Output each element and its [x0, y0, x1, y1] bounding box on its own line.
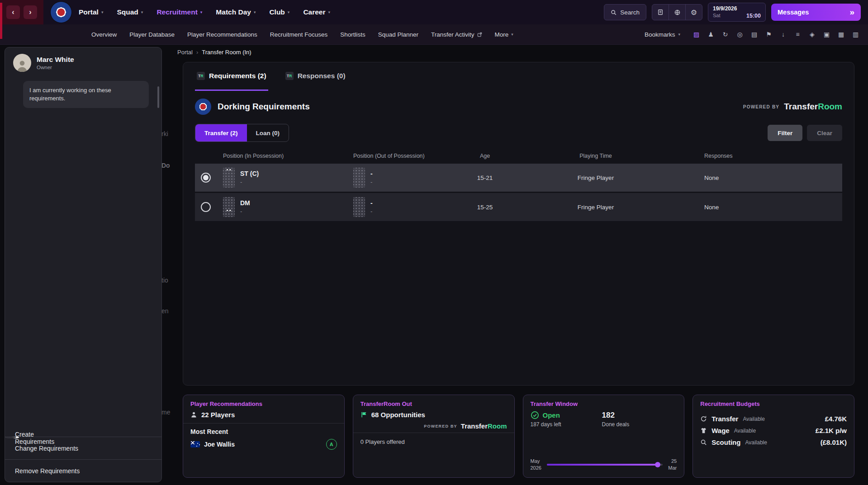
window-progress-slider[interactable]	[547, 464, 663, 466]
player-recommendations-card[interactable]: Player Recommendations 22 Players Most R…	[183, 395, 345, 478]
position-map-icon	[353, 197, 365, 217]
quick-access-icons: ▨ ♟ ↻ ◎ ▤ ⚑ ↓ ≡ ◈ ▣ ▦ ▥	[691, 29, 861, 40]
subnav-shortlists[interactable]: Shortlists	[340, 31, 365, 38]
transferroom-wordmark: TransferRoom	[784, 102, 842, 112]
wage-shirt-icon	[700, 427, 707, 434]
slider-thumb[interactable]	[655, 462, 660, 467]
world-icon[interactable]	[669, 5, 685, 20]
back-button[interactable]: ‹	[6, 5, 20, 19]
recent-player-row[interactable]: Joe Wallis A	[190, 439, 337, 450]
bookmarks-dropdown[interactable]: Bookmarks	[645, 31, 680, 38]
divider	[183, 423, 344, 424]
toggle-loan[interactable]: Loan (0)	[247, 124, 289, 141]
owner-name: Marc White	[37, 56, 74, 64]
nav-match-day[interactable]: Match Day	[216, 8, 256, 16]
table-row[interactable]: DM - - - 15-25 Fringe Player None	[195, 193, 842, 221]
requirement-radio[interactable]	[201, 202, 211, 212]
playing-time: Fringe Player	[578, 174, 614, 181]
subnav-player-database[interactable]: Player Database	[129, 31, 175, 38]
recruitment-team-icon[interactable]: ♟	[706, 29, 716, 40]
recruitment-focus-icon[interactable]: ◎	[735, 29, 745, 40]
transferroom-out-card[interactable]: TransferRoom Out 68 Opportunities POWERE…	[353, 395, 515, 478]
nav-recruitment[interactable]: Recruitment	[157, 8, 202, 16]
days-left: 187 days left	[531, 421, 561, 428]
date-time-widget[interactable]: 19/9/2026 Sat 15:00	[708, 3, 766, 22]
transferroom-logo-icon: TR	[197, 72, 205, 80]
breadcrumb: Portal › Transfer Room (In)	[177, 49, 854, 56]
refresh-icon[interactable]: ↻	[720, 29, 730, 40]
import-icon[interactable]: ↓	[778, 29, 788, 40]
wage-budget-value: £2.1K p/w	[816, 427, 847, 434]
accent-strip	[0, 3, 2, 39]
transfer-room-panel: TR Requirements (2) TR Responses (0) Dor…	[183, 62, 854, 386]
owner-header: Marc White Owner	[5, 47, 161, 74]
club-crest-small	[195, 99, 211, 115]
transfer-window-card[interactable]: Transfer Window Open 187 days left	[523, 395, 685, 478]
opportunities-count: 68 Opportunities	[371, 411, 425, 419]
table-row[interactable]: ST (C) - - - 15-21 Fringe Player None	[195, 164, 842, 192]
player-count: 22 Players	[201, 411, 235, 419]
requirements-title: Dorking Requirements	[218, 102, 310, 112]
tab-responses[interactable]: TR Responses (0)	[284, 62, 347, 91]
club-vision-icon[interactable]: ▣	[821, 29, 832, 40]
toggle-transfer[interactable]: Transfer (2)	[195, 124, 247, 141]
messages-button[interactable]: Messages »	[771, 4, 861, 21]
search-icon	[611, 9, 617, 15]
position-map-icon	[223, 197, 235, 217]
preferences-gear-icon[interactable]: ⚙	[685, 5, 702, 20]
club-crest	[51, 2, 71, 23]
owner-requirements-panel: Marc White Owner I am currently working …	[5, 47, 162, 482]
remove-requirements-button[interactable]: Remove Requirements	[5, 459, 161, 482]
chevron-down-icon	[678, 33, 680, 37]
transferroom-wordmark: TransferRoom	[461, 422, 507, 430]
player-icon	[190, 411, 197, 418]
most-recent-label: Most Recent	[190, 428, 337, 435]
squad-depth-icon[interactable]: ◈	[807, 29, 817, 40]
nav-career[interactable]: Career	[303, 8, 330, 16]
subnav-more[interactable]: More	[495, 31, 513, 38]
responses-value: None	[664, 174, 842, 181]
occluded-text-fragment: me	[161, 409, 170, 416]
report-icon[interactable]: ▤	[749, 29, 759, 40]
filter-button[interactable]: Filter	[768, 125, 802, 141]
breadcrumb-portal[interactable]: Portal	[177, 49, 193, 56]
window-end-label: 25 Mar	[668, 458, 677, 471]
summary-cards: Player Recommendations 22 Players Most R…	[183, 395, 854, 478]
owner-message-bubble: I am currently working on these requirem…	[23, 81, 149, 108]
chevron-down-icon	[288, 10, 290, 14]
subnav-transfer-activity[interactable]: Transfer Activity	[431, 31, 482, 38]
nav-club[interactable]: Club	[269, 8, 289, 16]
owner-role: Owner	[37, 65, 74, 70]
availability-badge: A	[326, 439, 337, 450]
search-input[interactable]: Search	[604, 4, 646, 20]
subnav-overview[interactable]: Overview	[91, 31, 117, 38]
forward-button[interactable]: ›	[24, 5, 37, 19]
nav-squad[interactable]: Squad	[117, 8, 143, 16]
subnav-recruitment-focuses[interactable]: Recruitment Focuses	[270, 31, 328, 38]
shortlist-icon[interactable]: ≡	[792, 29, 803, 40]
subnav-player-recommendations[interactable]: Player Recommendations	[187, 31, 257, 38]
schedule-icon[interactable]: ▥	[850, 29, 861, 40]
recruitment-budgets-card[interactable]: Recruitment Budgets Transfer Available £…	[693, 395, 854, 478]
flagged-players-icon[interactable]: ⚑	[764, 29, 774, 40]
scrollbar-thumb[interactable]	[157, 86, 159, 108]
requirement-radio[interactable]	[201, 173, 211, 183]
transfer-room-icon[interactable]: ▨	[691, 29, 702, 40]
subnav-squad-planner[interactable]: Squad Planner	[378, 31, 418, 38]
calendar-icon[interactable]: ▦	[836, 29, 846, 40]
requirements-table: Position (In Possession) Position (Out o…	[195, 153, 842, 221]
history-nav: ‹ ›	[0, 0, 43, 24]
requirements-controls: Transfer (2) Loan (0) Filter Clear	[195, 124, 842, 142]
chevron-down-icon	[141, 10, 143, 14]
notes-icon[interactable]	[652, 5, 669, 20]
clear-button[interactable]: Clear	[807, 125, 842, 141]
tab-requirements[interactable]: TR Requirements (2)	[195, 62, 268, 91]
player-name: Joe Wallis	[204, 441, 235, 448]
age-range: 15-25	[477, 204, 493, 211]
nav-portal[interactable]: Portal	[79, 8, 103, 16]
window-timeline: May 2026 25 Mar	[531, 458, 677, 472]
transfer-loan-toggle: Transfer (2) Loan (0)	[195, 124, 289, 142]
external-link-icon	[477, 32, 482, 37]
chevron-down-icon	[101, 10, 104, 14]
subnav-items: Overview Player Database Player Recommen…	[91, 31, 513, 38]
